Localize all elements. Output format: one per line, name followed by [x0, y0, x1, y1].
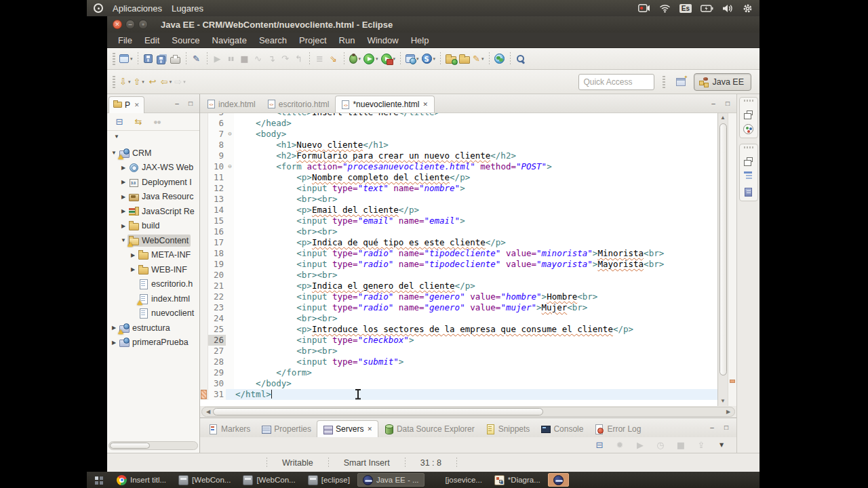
- dropdown-arrow-icon[interactable]: ▾: [130, 56, 133, 62]
- quick-access-input[interactable]: [578, 74, 654, 90]
- fold-marker-icon[interactable]: ⊖: [226, 129, 234, 140]
- overview-marker[interactable]: [730, 380, 735, 383]
- disconnect-button[interactable]: ∿: [252, 51, 265, 67]
- code-text[interactable]: <input type="text" name="nombre">: [234, 183, 717, 194]
- import-web-button[interactable]: [444, 51, 458, 67]
- close-view-icon[interactable]: ✕: [134, 102, 140, 108]
- taskbar-item-webcon[interactable]: [WebCon...: [238, 473, 300, 487]
- menu-navigate[interactable]: Navigate: [207, 34, 252, 47]
- code-line-9[interactable]: 9 <h2>Formulario para crear un nuevo cli…: [200, 150, 717, 161]
- tree-item-index-html[interactable]: index.html: [107, 291, 199, 306]
- code-text[interactable]: <br><br>: [234, 226, 717, 237]
- code-text[interactable]: <form action="procesanuevocliente.html" …: [234, 161, 717, 172]
- code-text[interactable]: <input type="email" name="email">: [234, 216, 717, 226]
- highlighter-button[interactable]: ✎▾: [471, 51, 485, 67]
- ubuntu-logo-icon[interactable]: [94, 3, 103, 13]
- menu-run[interactable]: Run: [334, 34, 361, 47]
- code-line-7[interactable]: 7⊖ <body>: [200, 129, 717, 140]
- bottom-maximize-button[interactable]: □: [722, 423, 731, 431]
- back-button[interactable]: ⇦▾: [159, 74, 173, 90]
- tree-item-crm[interactable]: ▼CRM: [107, 146, 199, 161]
- tree-expander-icon[interactable]: ▶: [119, 179, 127, 185]
- code-line-12[interactable]: 12 <input type="text" name="nombre">: [200, 183, 717, 194]
- code-text[interactable]: </form>: [234, 367, 717, 378]
- tree-expander-icon[interactable]: ▶: [129, 266, 137, 272]
- restore-view-button[interactable]: [743, 154, 755, 165]
- panel-menu-aplicaciones[interactable]: Aplicaciones: [113, 3, 162, 14]
- code-line-13[interactable]: 13 <br><br>: [200, 194, 717, 205]
- code-line-20[interactable]: 20 <br><br>: [200, 270, 717, 281]
- save-all-button[interactable]: [155, 51, 169, 67]
- servers-publish-button[interactable]: ⇪: [694, 437, 708, 453]
- terminate-button[interactable]: ■: [238, 51, 252, 67]
- tree-item-deployment-i[interactable]: ▶Deployment I: [107, 175, 199, 190]
- editor-tab-nuevocliente-html[interactable]: *nuevocliente.html✕: [335, 96, 435, 113]
- view-tab-console[interactable]: Console: [535, 420, 589, 437]
- code-line-6[interactable]: 6 </head>: [200, 118, 717, 129]
- code-line-14[interactable]: 14 <p>Email del cliente</p>: [200, 205, 717, 216]
- settings-gear-icon[interactable]: [743, 3, 753, 14]
- tree-item-java-resourc[interactable]: ▶Java Resourc: [107, 190, 199, 205]
- close-tab-icon[interactable]: ✕: [422, 101, 428, 108]
- toolbar-handle[interactable]: [113, 76, 115, 88]
- step-return-button[interactable]: ↰: [292, 51, 306, 67]
- code-line-17[interactable]: 17 <p>Indica de qué tipo es este cliente…: [200, 237, 717, 248]
- dropdown-arrow-icon[interactable]: ▾: [183, 79, 186, 85]
- forward-button[interactable]: ⇨▾: [173, 74, 186, 90]
- code-text[interactable]: <br><br>: [234, 313, 717, 324]
- servers-view-menu[interactable]: ▼: [715, 437, 728, 453]
- wifi-icon[interactable]: [659, 4, 671, 13]
- resume-button[interactable]: ▶: [211, 51, 224, 67]
- dropdown-arrow-icon[interactable]: ▾: [170, 79, 172, 85]
- code-text[interactable]: <p>Introduce los sectores de la empresa …: [234, 324, 717, 335]
- debug-button[interactable]: ▾: [348, 51, 363, 67]
- tree-item-meta-inf[interactable]: ▶META-INF: [107, 248, 199, 263]
- editor-horizontal-scrollbar[interactable]: ◀ ▶: [201, 407, 735, 417]
- code-text[interactable]: <p>Indica de qué tipo es este cliente</p…: [234, 237, 717, 248]
- code-text[interactable]: <input type="submit">: [234, 357, 717, 367]
- servers-stop-button[interactable]: ■: [674, 437, 688, 453]
- search-button[interactable]: [514, 51, 528, 67]
- print-button[interactable]: [169, 51, 182, 67]
- code-line-26[interactable]: 26 <input type="checkbox">: [200, 335, 717, 346]
- tree-expander-icon[interactable]: ▶: [129, 252, 137, 258]
- scrollbar-thumb[interactable]: [213, 408, 543, 415]
- explorer-maximize-button[interactable]: □: [186, 100, 195, 108]
- tree-expander-icon[interactable]: ▶: [119, 194, 127, 200]
- code-text[interactable]: <title>Insert title here</title>: [234, 113, 717, 118]
- servers-profile-button[interactable]: ◷: [654, 437, 667, 453]
- code-line-27[interactable]: 27 <br><br>: [200, 346, 717, 357]
- tree-expander-icon[interactable]: ▶: [110, 340, 118, 346]
- editor-tab-index-html[interactable]: index.html: [201, 96, 262, 113]
- step-into-button[interactable]: ↴: [265, 51, 279, 67]
- code-text[interactable]: <input type="radio" name="tipodecliente"…: [234, 248, 717, 259]
- explorer-horizontal-scrollbar[interactable]: [108, 441, 198, 450]
- code-text[interactable]: </head>: [234, 118, 717, 129]
- skip-breakpoints-button[interactable]: ✎: [190, 51, 203, 67]
- code-text[interactable]: <br><br>: [234, 270, 717, 281]
- dropdown-arrow-icon[interactable]: ▾: [393, 56, 396, 62]
- drag-grip[interactable]: [744, 100, 753, 102]
- view-tab-properties[interactable]: Properties: [256, 420, 317, 437]
- view-tab-servers[interactable]: Servers✕: [317, 420, 378, 437]
- menu-source[interactable]: Source: [166, 34, 205, 47]
- code-text[interactable]: <input type="radio" name="genero" value=…: [234, 291, 717, 302]
- tree-expander-icon[interactable]: ▶: [119, 223, 127, 229]
- volume-icon[interactable]: [722, 4, 734, 13]
- bottom-minimize-button[interactable]: –: [707, 423, 717, 431]
- scroll-up-arrow[interactable]: ▲: [718, 113, 728, 123]
- servers-debug-button[interactable]: ✹: [613, 437, 627, 453]
- code-line-28[interactable]: 28 <input type="submit">: [200, 357, 717, 367]
- code-text[interactable]: <h1>Nuevo cliente</h1>: [234, 140, 717, 150]
- explorer-minimize-button[interactable]: –: [172, 100, 182, 108]
- dropdown-arrow-icon[interactable]: ▾: [359, 56, 361, 62]
- menu-edit[interactable]: Edit: [139, 34, 165, 47]
- step-over-button[interactable]: ↷: [279, 51, 292, 67]
- code-line-23[interactable]: 23 <input type="radio" name="genero" val…: [200, 302, 717, 313]
- code-text[interactable]: <br><br>: [234, 194, 717, 205]
- taskbar-item-grid-0[interactable]: [90, 473, 109, 487]
- taskbar-item-diagra[interactable]: *Diagra...: [490, 473, 545, 487]
- tree-expander-icon[interactable]: ▶: [110, 325, 118, 331]
- scroll-left-arrow[interactable]: ◀: [203, 407, 213, 416]
- code-line-15[interactable]: 15 <input type="email" name="email">: [200, 216, 717, 226]
